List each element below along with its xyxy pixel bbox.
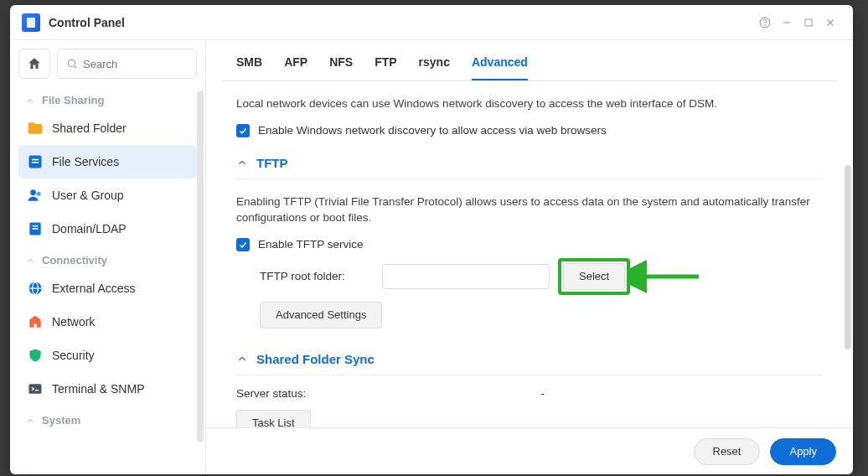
tftp-section-toggle[interactable]: TFTP (236, 146, 823, 179)
titlebar: Control Panel (10, 5, 853, 40)
tabs: SMBAFPNFSFTPrsyncAdvanced (221, 40, 838, 81)
content-area: Local network devices can use Windows ne… (206, 81, 853, 427)
chevron-up-icon (25, 96, 35, 106)
discovery-description: Local network devices can use Windows ne… (236, 96, 823, 112)
section-connectivity[interactable]: Connectivity (18, 246, 197, 272)
advanced-settings-button[interactable]: Advanced Settings (260, 302, 382, 329)
globe-icon (27, 280, 44, 297)
sidebar-scrollbar[interactable] (197, 91, 204, 442)
window-title: Control Panel (49, 16, 125, 29)
section-system[interactable]: System (18, 406, 197, 432)
search-input[interactable] (83, 58, 188, 70)
control-panel-window: Control Panel File SharingShared FolderF… (10, 5, 853, 474)
svg-point-14 (37, 192, 41, 196)
terminal-icon (27, 380, 44, 397)
svg-rect-17 (33, 228, 39, 230)
server-status-value: - (540, 387, 545, 400)
sidebar: File SharingShared FolderFile ServicesUs… (10, 40, 206, 474)
server-status-label: Server status: (236, 387, 306, 400)
minimize-icon[interactable] (776, 12, 798, 34)
sidebar-item-file-services[interactable]: File Services (18, 145, 197, 178)
tab-ftp[interactable]: FTP (375, 55, 396, 80)
help-icon[interactable] (754, 12, 776, 34)
apply-button[interactable]: Apply (770, 438, 836, 465)
sidebar-item-domain-ldap[interactable]: Domain/LDAP (18, 212, 197, 246)
sidebar-item-shared-folder[interactable]: Shared Folder (18, 111, 197, 145)
sidebar-item-external-access[interactable]: External Access (18, 272, 197, 305)
file-icon (27, 153, 44, 170)
discovery-checkbox-label: Enable Windows network discovery to allo… (258, 124, 607, 137)
sidebar-item-label: Security (52, 349, 95, 362)
shield-icon (27, 347, 44, 364)
search-input-wrap[interactable] (57, 49, 197, 79)
svg-rect-3 (805, 19, 812, 26)
sidebar-item-user-group[interactable]: User & Group (18, 178, 197, 212)
svg-point-13 (30, 189, 36, 195)
select-button[interactable]: Select (563, 263, 625, 290)
maximize-icon[interactable] (798, 12, 819, 34)
tab-advanced[interactable]: Advanced (472, 55, 528, 80)
main-panel: SMBAFPNFSFTPrsyncAdvanced Local network … (206, 40, 853, 474)
discovery-checkbox-row[interactable]: Enable Windows network discovery to allo… (236, 124, 823, 137)
sidebar-item-label: Terminal & SNMP (52, 382, 144, 396)
section-file-sharing[interactable]: File Sharing (18, 85, 197, 111)
tftp-root-label: TFTP root folder: (260, 270, 369, 282)
tftp-enable-row[interactable]: Enable TFTP service (236, 238, 823, 251)
tftp-root-input[interactable] (382, 264, 550, 289)
sync-section-toggle[interactable]: Shared Folder Sync (236, 342, 823, 375)
tab-smb[interactable]: SMB (236, 55, 262, 80)
task-list-button[interactable]: Task List (236, 410, 311, 427)
content-scrollbar[interactable] (845, 165, 851, 349)
svg-rect-16 (33, 225, 39, 227)
tftp-root-row: TFTP root folder: Select (260, 263, 823, 290)
app-icon (22, 13, 40, 32)
domain-icon (27, 220, 44, 237)
sidebar-item-label: File Services (52, 155, 119, 168)
network-icon (27, 313, 44, 330)
check-icon[interactable] (236, 238, 250, 251)
reset-button[interactable]: Reset (694, 438, 761, 465)
home-button[interactable] (18, 49, 50, 79)
svg-rect-11 (32, 159, 39, 161)
check-icon[interactable] (236, 124, 250, 137)
folder-icon (27, 120, 44, 137)
svg-rect-23 (29, 384, 42, 394)
tab-afp[interactable]: AFP (284, 55, 307, 80)
sidebar-item-label: Network (52, 315, 95, 329)
sidebar-item-label: External Access (52, 282, 136, 295)
svg-rect-22 (34, 324, 36, 328)
tftp-description: Enabling TFTP (Trivial File Transfer Pro… (236, 194, 823, 226)
tftp-enable-label: Enable TFTP service (258, 238, 364, 251)
tftp-section-title: TFTP (256, 156, 288, 170)
sidebar-item-security[interactable]: Security (18, 339, 197, 372)
close-icon[interactable] (819, 12, 841, 34)
tab-rsync[interactable]: rsync (419, 55, 450, 80)
svg-point-1 (765, 24, 766, 25)
users-icon (27, 187, 44, 204)
sidebar-item-network[interactable]: Network (18, 305, 197, 339)
tab-nfs[interactable]: NFS (329, 55, 353, 80)
svg-point-6 (68, 60, 75, 66)
search-icon (66, 58, 78, 70)
svg-rect-9 (28, 122, 35, 126)
chevron-up-icon (236, 157, 248, 168)
svg-line-7 (74, 65, 76, 68)
chevron-up-icon (25, 416, 35, 426)
sidebar-item-label: User & Group (52, 189, 124, 202)
sidebar-item-label: Domain/LDAP (52, 222, 127, 235)
sidebar-item-terminal-snmp[interactable]: Terminal & SNMP (18, 372, 197, 406)
chevron-up-icon (236, 353, 248, 365)
footer: Reset Apply (206, 427, 853, 474)
chevron-up-icon (25, 256, 35, 266)
sidebar-item-label: Shared Folder (52, 122, 127, 135)
sync-section-title: Shared Folder Sync (256, 352, 375, 366)
svg-rect-12 (32, 162, 39, 163)
